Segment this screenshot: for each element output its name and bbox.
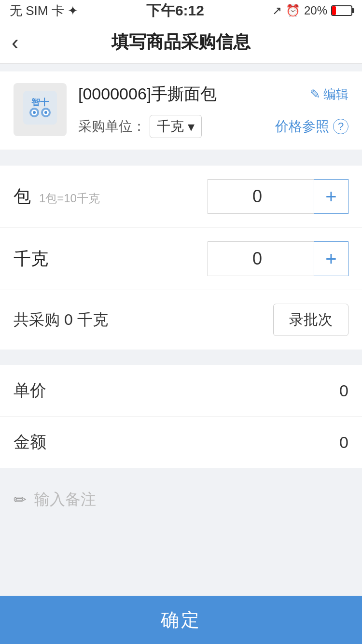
unit-value: 千克 (157, 117, 184, 136)
svg-point-6 (33, 111, 36, 114)
unit-price-label: 单价 (14, 379, 46, 402)
product-name-row: [0000006]手撕面包 ✎ 编辑 (78, 83, 348, 105)
amount-label: 金额 (14, 431, 46, 453)
svg-text:智十: 智十 (31, 98, 49, 107)
qty-controls-kg: + (208, 241, 348, 276)
section-divider-2 (0, 350, 362, 357)
page-title: 填写商品采购信息 (111, 30, 251, 54)
quantity-row-kg: 千克 + (0, 228, 362, 290)
unit-select[interactable]: 千克 ▾ (150, 115, 202, 138)
product-info: [0000006]手撕面包 ✎ 编辑 采购单位： 千克 ▾ 价格参照 ? (78, 83, 348, 138)
page-header: ‹ 填写商品采购信息 (0, 21, 362, 64)
amount-row: 金额 0 (0, 417, 362, 468)
status-time: 下午6:12 (146, 1, 204, 21)
battery-icon (331, 5, 352, 16)
unit-row: 采购单位： 千克 ▾ 价格参照 ? (78, 115, 348, 138)
qty-sub-label-bag: 1包=10千克 (39, 192, 100, 205)
dropdown-arrow-icon: ▾ (188, 119, 195, 135)
product-thumbnail: 智十 (14, 83, 67, 136)
pencil-icon: ✏ (14, 490, 27, 509)
qty-input-bag[interactable] (208, 179, 314, 214)
battery-percent: 20% (304, 4, 327, 17)
record-batch-button[interactable]: 录批次 (273, 304, 348, 336)
notes-section[interactable]: ✏ 输入备注 (0, 476, 362, 524)
qty-label-bag: 包 1包=10千克 (14, 185, 208, 209)
back-button[interactable]: ‹ (12, 32, 19, 53)
qty-main-label-bag: 包 (14, 186, 31, 206)
status-left: 无 SIM 卡 ✦ (10, 2, 78, 19)
svg-point-7 (44, 111, 47, 114)
status-bar: 无 SIM 卡 ✦ 下午6:12 ↗ ⏰ 20% (0, 0, 362, 21)
battery-tip (352, 8, 354, 13)
qty-input-kg[interactable] (208, 241, 314, 276)
qty-plus-kg[interactable]: + (314, 241, 348, 276)
location-icon: ↗ (272, 4, 282, 17)
qty-plus-bag[interactable]: + (314, 179, 348, 214)
edit-label: 编辑 (323, 86, 348, 103)
section-divider-1 (0, 150, 362, 158)
qty-label-kg: 千克 (14, 247, 208, 271)
qty-main-label-kg: 千克 (14, 249, 48, 268)
qty-controls-bag: + (208, 179, 348, 214)
quantity-section: 包 1包=10千克 + 千克 + 共采购 0 千克 录批次 (0, 166, 362, 350)
edit-button[interactable]: ✎ 编辑 (310, 86, 348, 103)
unit-price-value: 0 (339, 381, 348, 400)
price-ref-button[interactable]: 价格参照 ? (275, 117, 348, 136)
notes-placeholder: 输入备注 (34, 489, 96, 510)
sim-status: 无 SIM 卡 ✦ (10, 2, 78, 19)
product-logo: 智十 (23, 91, 57, 129)
battery-fill (332, 6, 336, 15)
help-icon: ? (333, 119, 348, 134)
unit-price-row: 单价 0 (0, 365, 362, 417)
edit-icon: ✎ (310, 87, 320, 102)
quantity-row-bag: 包 1包=10千克 + (0, 166, 362, 228)
product-name: [0000006]手撕面包 (78, 83, 217, 105)
alarm-icon: ⏰ (286, 4, 300, 17)
price-ref-label: 价格参照 (275, 117, 329, 136)
svg-rect-0 (23, 91, 57, 125)
status-right: ↗ ⏰ 20% (272, 4, 352, 17)
unit-label: 采购单位： (78, 117, 146, 136)
confirm-button[interactable]: 确定 (0, 596, 362, 644)
product-card: 智十 [0000006]手撕面包 ✎ 编辑 (0, 71, 362, 150)
price-info-section: 单价 0 金额 0 (0, 365, 362, 468)
content-wrapper: 智十 [0000006]手撕面包 ✎ 编辑 (0, 71, 362, 644)
amount-value: 0 (339, 433, 348, 452)
summary-text: 共采购 0 千克 (14, 309, 108, 331)
summary-row: 共采购 0 千克 录批次 (0, 290, 362, 350)
